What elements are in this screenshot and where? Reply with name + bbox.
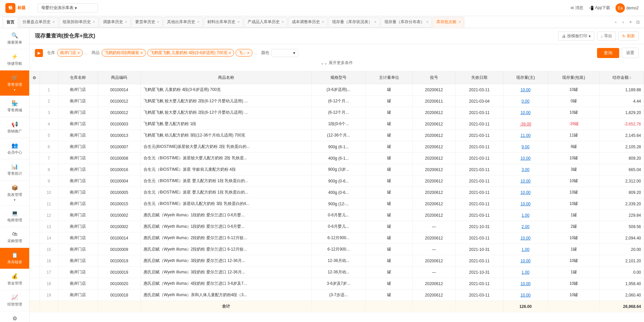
refresh-button[interactable]: ↻ 刷新 — [619, 32, 639, 41]
close-icon[interactable]: × — [157, 20, 159, 24]
tab-next-btn[interactable]: › — [620, 17, 627, 27]
row-expiry: 2021-03-11 — [455, 130, 503, 141]
sidebar-item-retail-stats[interactable]: 📊 零售统计 — [0, 159, 29, 180]
row-setting — [30, 96, 40, 107]
row-amount: 0.00 — [600, 267, 644, 278]
message-btn[interactable]: ✉ 消息 — [571, 5, 583, 11]
table-row: 10 南岸门店 00100005 合生元（BIOSTIME）派星 婴儿配方奶粉 … — [30, 187, 644, 198]
filter-expand-btn[interactable]: ▶ — [35, 49, 43, 57]
download-btn[interactable]: 📲 App下载 — [589, 5, 610, 11]
header-actions: 🖨 按模板打印 ▾ ↓ 导出 ↻ 刷新 — [558, 32, 639, 41]
row-name: 惠氏启赋（Wyeth illuma）3段奶粉 爱尔兰进口 12-36月... — [141, 255, 312, 267]
goods-more[interactable]: ... — [254, 51, 257, 55]
row-qty-main: 10.00 — [503, 175, 548, 187]
tab-fenliangpandian[interactable]: 分量盘点单历史 × — [19, 17, 58, 28]
basic-icon: ⚙ — [12, 315, 17, 322]
close-icon[interactable]: × — [322, 20, 324, 24]
sidebar-item-quick-nav[interactable]: ⚡ 快捷导航 — [0, 49, 29, 70]
row-expiry: 2021-03-11 — [455, 164, 503, 175]
row-number: 12 — [40, 210, 58, 221]
close-icon[interactable]: × — [427, 20, 429, 24]
tab-yaohuo[interactable]: 要货单历史 × — [131, 17, 163, 28]
tab-chanchengpin[interactable]: 产成品入库单历史 × — [244, 17, 287, 28]
warehouse-tag-container: 南岸门店 × ... — [57, 49, 88, 57]
sidebar-item-wholesale[interactable]: 📦 批发管理 ▼ — [0, 180, 29, 206]
goods-tag-label: 飞鹤星飞帆 儿童奶粉 4段(3-6岁适用) 700克 — [150, 50, 227, 56]
sidebar-item-retail[interactable]: 🛒 零售管理 ▼ — [0, 70, 29, 96]
goods-tag-more[interactable]: 飞... × — [235, 49, 253, 57]
export-button[interactable]: ↓ 导出 — [597, 32, 616, 41]
data-table: ⚙ 仓库名称 商品编码 商品名称 规格型号 主计量单位 批号 失效日期 现存量(… — [30, 71, 644, 312]
sidebar-item-finance[interactable]: 💰 资金管理 — [0, 269, 29, 290]
info-icon[interactable]: ℹ — [630, 76, 631, 79]
goods-tag-1[interactable]: 飞鹤星飞帆 儿童奶粉 4段(3-6岁适用) 700克 × — [147, 49, 234, 57]
col-qty-pkg: 现存量(包装) — [548, 71, 600, 84]
sidebar-item-inventory[interactable]: 📋 库存核算 — [0, 248, 29, 269]
row-batch: 20200612 — [413, 153, 455, 164]
tag-remove-icon[interactable]: × — [141, 51, 143, 55]
print-button[interactable]: 🖨 按模板打印 ▾ — [558, 32, 594, 41]
sidebar-item-marketing[interactable]: 📢 营销推广 — [0, 117, 29, 138]
setting-button[interactable]: 设置 — [622, 48, 639, 58]
tab-diaobodanli[interactable]: 调拨单历史 × — [99, 17, 131, 28]
tab-home[interactable]: 首页 — [3, 17, 18, 28]
row-batch: 20200611 — [413, 96, 455, 107]
close-icon[interactable]: × — [197, 20, 199, 24]
close-icon[interactable]: × — [282, 20, 284, 24]
color-select[interactable]: ▾ — [271, 49, 298, 57]
sidebar-item-operation[interactable]: 📈 经营管理 — [0, 290, 29, 311]
tag-remove-icon[interactable]: × — [229, 51, 231, 55]
tab-xiancunfenbu[interactable]: 现存量（库存分布表） × — [381, 17, 432, 28]
sidebar-item-search[interactable]: 🔍 搜索英单 — [0, 28, 29, 49]
sidebar-item-retail-store[interactable]: 🏪 零售商城 — [0, 96, 29, 117]
expand-more-btn[interactable]: ⌄⌄ 展开更多条件 — [35, 58, 639, 68]
col-warehouse: 仓库名称 — [58, 71, 98, 84]
close-icon[interactable]: × — [125, 20, 127, 24]
row-unit: 罐 — [366, 255, 413, 267]
sidebar-item-member[interactable]: 👥 会员中心 — [0, 138, 29, 159]
close-icon[interactable]: × — [459, 20, 461, 24]
goods-label: 商品 — [92, 50, 100, 56]
row-qty-main: 0.00 — [503, 96, 548, 107]
row-unit: 罐 — [366, 107, 413, 118]
close-icon[interactable]: × — [93, 20, 95, 24]
row-warehouse: 南岸门店 — [58, 175, 98, 187]
tab-qitachuku[interactable]: 其他出库单历史 × — [163, 17, 203, 28]
tab-cailiaochuku[interactable]: 材料出库单历史 × — [204, 17, 243, 28]
close-icon[interactable]: × — [237, 20, 239, 24]
system-selector[interactable]: 母婴行业演示库表 ▾ — [38, 3, 98, 12]
warehouse-more[interactable]: ... — [84, 51, 88, 55]
goods-filter: 商品 飞鹤奶粉3段两罐装 × 飞鹤星飞帆 儿童奶粉 4段(3-6岁适用) 700… — [92, 49, 257, 57]
row-warehouse: 南岸门店 — [58, 164, 98, 175]
row-unit: 罐 — [366, 244, 413, 255]
close-icon[interactable]: × — [374, 20, 376, 24]
tab-maximize-btn[interactable]: ⊡ — [635, 17, 641, 27]
row-setting — [30, 267, 40, 278]
tab-chengbentiaozhen[interactable]: 成本调整单历史 × — [288, 17, 328, 28]
tab-prev-btn[interactable]: ‹ — [612, 17, 619, 27]
tag-remove-icon[interactable]: × — [77, 51, 80, 55]
sidebar-item-basic[interactable]: ⚙ 基础信息 — [0, 311, 29, 322]
sidebar-item-ecommerce[interactable]: 💻 电商管理 — [0, 206, 29, 227]
row-qty-main: 10.00 — [503, 278, 548, 289]
row-batch: 20200612 — [413, 278, 455, 289]
tab-kucunpici[interactable]: 库存批次账 × — [433, 17, 464, 28]
logo-icon: 畅 — [5, 3, 15, 13]
close-icon[interactable]: × — [53, 20, 55, 24]
tab-close-all-btn[interactable]: × — [627, 17, 634, 27]
row-name: 惠氏启赋（Wyeth illuma）2段奶粉 爱尔兰进口 6-12月较... — [141, 232, 312, 244]
goods-tag-0[interactable]: 飞鹤奶粉3段两罐装 × — [102, 49, 146, 57]
tab-zuzhuangchaijian[interactable]: 组装拆卸单历史 × — [59, 17, 99, 28]
tab-xiancunzhuangtai[interactable]: 现存量（库存状况表） × — [328, 17, 380, 28]
row-batch: — — [413, 244, 455, 255]
query-button[interactable]: 查询 — [597, 48, 619, 58]
row-expiry: 2021-03-11 — [455, 210, 503, 221]
row-batch: 20200612 — [413, 289, 455, 301]
sidebar-item-purchase[interactable]: 🛍 采购管理 — [0, 227, 29, 248]
row-qty-main: 10.00 — [503, 232, 548, 244]
user-area[interactable]: Ea demo2 — [615, 3, 639, 13]
sidebar-item-label: 快捷导航 — [7, 61, 22, 66]
warehouse-tag[interactable]: 南岸门店 × — [57, 49, 83, 57]
tag-remove-icon[interactable]: × — [247, 51, 250, 55]
col-setting[interactable]: ⚙ — [30, 71, 40, 84]
